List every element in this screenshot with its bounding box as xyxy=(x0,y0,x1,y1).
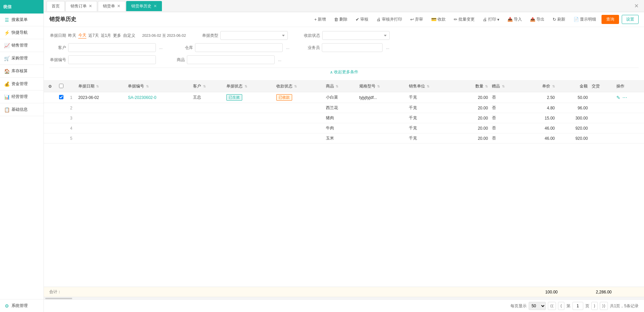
sidebar-item-sys-mgmt[interactable]: ⚙ 系统管理 xyxy=(0,300,44,312)
collect-status-select[interactable] xyxy=(322,31,390,40)
per-page-select[interactable]: 50 100 200 xyxy=(529,302,546,310)
th-date[interactable]: 单据日期 ⇅ xyxy=(76,81,126,92)
doc-type-select[interactable] xyxy=(220,31,288,40)
print-button[interactable]: 🖨 打印 ▾ xyxy=(480,15,502,24)
import-button[interactable]: 📥 导入 xyxy=(505,15,525,24)
doc-no-filter-item: 单据编号 xyxy=(49,55,156,64)
shortcut-today[interactable]: 今天 xyxy=(78,32,86,38)
th-goods[interactable]: 商品 ⇅ xyxy=(324,81,357,92)
cell-doc-no[interactable] xyxy=(126,113,191,123)
more-action-icon[interactable]: ⋯ xyxy=(622,95,627,100)
first-page-button[interactable]: ⟨⟨ xyxy=(548,302,556,310)
row-checkbox[interactable] xyxy=(59,95,63,99)
th-gift[interactable]: 赠品 ⇅ xyxy=(490,81,523,92)
warehouse-filter-item: 仓库 ... xyxy=(176,43,291,52)
collapse-button[interactable]: ∧ 收起更多条件 xyxy=(49,68,639,76)
shortcut-yesterday[interactable]: 昨天 xyxy=(68,33,76,38)
next-page-button[interactable]: ⟩ xyxy=(591,302,598,310)
sidebar-item-sales-mgmt[interactable]: 📈 销售管理 xyxy=(0,39,44,52)
staff-input[interactable] xyxy=(322,43,383,52)
customer-filter-item: 客户 ... xyxy=(49,43,164,52)
th-spec[interactable]: 规格型号 ⇅ xyxy=(357,81,407,92)
th-checkbox[interactable] xyxy=(56,81,66,92)
th-unit-price[interactable]: 单价 ⇅ xyxy=(523,81,557,92)
tab-sales-delivery-close[interactable]: ✕ xyxy=(117,4,120,8)
cell-customer xyxy=(191,133,224,144)
delete-button[interactable]: 🗑 删除 xyxy=(331,15,350,24)
tab-sales-history[interactable]: 销货单历史 ✕ xyxy=(126,1,162,11)
edit-action-icon[interactable]: ✎ xyxy=(616,95,620,100)
export-label: 导出 xyxy=(536,17,544,22)
cell-doc-no[interactable] xyxy=(126,103,191,113)
th-doc-status[interactable]: 单据状态 ⇅ xyxy=(224,81,274,92)
collect-button[interactable]: 💳 收款 xyxy=(428,15,448,24)
cell-collect-status xyxy=(274,133,324,144)
cell-doc-no[interactable] xyxy=(126,123,191,133)
shortcut-7days[interactable]: 近7天 xyxy=(88,33,99,38)
query-button[interactable]: 查询 xyxy=(601,15,619,24)
warehouse-input[interactable] xyxy=(195,43,283,52)
cell-checkbox[interactable] xyxy=(56,103,66,113)
sidebar-item-purchase-mgmt[interactable]: 🛒 采购管理 xyxy=(0,52,44,65)
sidebar-item-ops[interactable]: 📊 经营管理 xyxy=(0,90,44,103)
customer-input[interactable] xyxy=(68,43,156,52)
table-row: 2 西兰花 千克 20.00 否 4.80 96.00 xyxy=(44,103,644,113)
settings-button[interactable]: 设置 xyxy=(622,15,639,24)
audit-button[interactable]: ✔ 审核 xyxy=(353,15,371,24)
prev-page-button[interactable]: ⟨ xyxy=(558,302,564,310)
tab-sales-delivery[interactable]: 销货单 ✕ xyxy=(98,1,125,11)
shortcut-custom[interactable]: 自定义 xyxy=(123,33,135,38)
cell-checkbox[interactable] xyxy=(56,133,66,144)
th-collect-status[interactable]: 收款状态 ⇅ xyxy=(274,81,324,92)
th-qty[interactable]: 数量 ⇅ xyxy=(456,81,490,92)
refresh-button[interactable]: ↻ 刷新 xyxy=(550,15,568,24)
sidebar-item-search-menu[interactable]: ☰ 搜索菜单 xyxy=(0,14,44,26)
cell-checkbox[interactable] xyxy=(56,113,66,123)
tab-sales-order[interactable]: 销售订单 ✕ xyxy=(65,1,97,11)
sidebar-item-quick-nav[interactable]: ⚡ 快捷导航 xyxy=(0,26,44,39)
cell-checkbox[interactable] xyxy=(56,92,66,103)
show-details-button[interactable]: 📄 显示明细 xyxy=(571,15,599,24)
th-unit[interactable]: 销售单位 ⇅ xyxy=(407,81,456,92)
shortcut-more[interactable]: 更多 xyxy=(113,33,121,38)
horizontal-scrollbar[interactable] xyxy=(44,297,644,300)
th-customer[interactable]: 客户 ⇅ xyxy=(191,81,224,92)
sidebar-item-inventory[interactable]: 🏠 库存核算 xyxy=(0,65,44,78)
tab-sales-history-label: 销货单历史 xyxy=(131,3,151,9)
tab-sales-history-close[interactable]: ✕ xyxy=(153,4,157,8)
doc-no-input[interactable] xyxy=(68,55,156,64)
cell-checkbox[interactable] xyxy=(56,123,66,133)
goods-ellipsis-button[interactable]: ... xyxy=(277,57,283,63)
staff-ellipsis-button[interactable]: ... xyxy=(385,45,391,51)
search-menu-icon: ☰ xyxy=(4,17,9,23)
print-icon: 🖨 xyxy=(483,17,487,22)
cell-seq: 5 xyxy=(66,133,76,144)
th-settings[interactable]: ⚙ xyxy=(44,81,56,92)
batch-change-button[interactable]: ✏ 批量变更 xyxy=(451,15,477,24)
th-doc-no[interactable]: 单据编号 ⇅ xyxy=(126,81,191,92)
last-page-button[interactable]: ⟩⟩ xyxy=(600,302,608,310)
page-input[interactable]: 1 xyxy=(572,302,583,310)
abandon-button[interactable]: ↩ 弃审 xyxy=(408,15,426,24)
scrollbar-thumb[interactable] xyxy=(45,298,72,299)
export-button[interactable]: 📤 导出 xyxy=(527,15,547,24)
cell-doc-no[interactable]: SA-20230602-0 xyxy=(126,92,191,103)
sidebar-item-finance[interactable]: 💰 资金管理 xyxy=(0,78,44,90)
tab-sales-order-close[interactable]: ✕ xyxy=(89,4,92,8)
warehouse-ellipsis-button[interactable]: ... xyxy=(285,45,291,51)
goods-input[interactable] xyxy=(187,55,275,64)
show-details-label: 显示明细 xyxy=(580,17,596,22)
audit-print-button[interactable]: 🖨 审核并打印 xyxy=(374,15,405,24)
customer-ellipsis-button[interactable]: ... xyxy=(158,45,164,51)
select-all-checkbox[interactable] xyxy=(59,84,63,88)
table-body: 1 2023-06-02 SA-20230602-0 王总 已生效 已收款 小白… xyxy=(44,92,644,144)
th-amount[interactable]: 金额 xyxy=(557,81,590,92)
sidebar-item-base-info[interactable]: 📋 基础信息 xyxy=(0,103,44,116)
cell-unit: 千克 xyxy=(407,103,456,113)
import-icon: 📥 xyxy=(507,17,513,22)
shortcut-1month[interactable]: 近1月 xyxy=(101,33,111,38)
cell-doc-no[interactable] xyxy=(126,133,191,144)
close-window-button[interactable]: ✕ xyxy=(632,3,641,9)
add-button[interactable]: + 新增 xyxy=(311,15,329,24)
tab-home[interactable]: 首页 xyxy=(47,1,65,11)
